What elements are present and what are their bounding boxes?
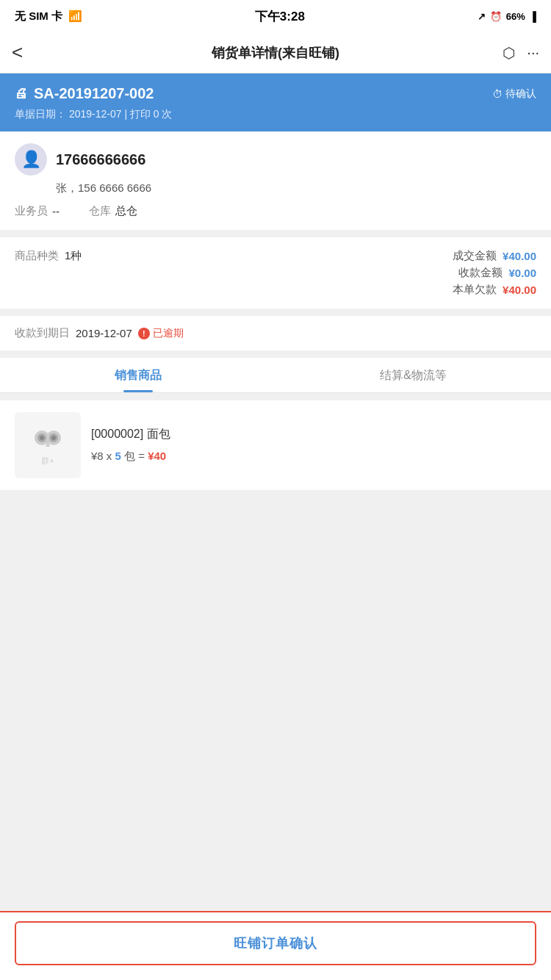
products-section: 群+ [0000002] 面包 ¥8 x 5 包 = ¥40 [0,400,551,490]
order-number-text: SA-20191207-002 [34,85,154,102]
summary-right: 成交金额 ¥40.00 收款金额 ¥0.00 本单欠款 ¥40.00 [453,249,536,297]
warehouse-label: 仓库 [89,204,111,218]
customer-name: 张，156 6666 6666 [15,181,536,195]
multiply-sign: x [107,450,115,462]
product-logo-text: 群+ [41,455,54,466]
due-date-label: 收款到期日 [15,326,70,340]
order-status: ⏱ 待确认 [492,87,536,101]
customer-phone-row: 👤 17666666666 [15,143,536,176]
avatar: 👤 [15,143,47,176]
due-date-value: 2019-12-07 [76,327,132,339]
header-top-row: 🖨 SA-20191207-002 ⏱ 待确认 [15,85,536,102]
due-date-section: 收款到期日 2019-12-07 ! 已逾期 [0,316,551,350]
product-name: [0000002] 面包 [91,427,536,442]
order-header-card: 🖨 SA-20191207-002 ⏱ 待确认 单据日期： 2019-12-07… [0,73,551,131]
summary-left: 商品种类 1种 [15,249,82,263]
status-carrier: 无 SIM 卡 📶 [15,10,82,24]
share-icon[interactable]: ⬡ [503,44,515,62]
received-row: 收款金额 ¥0.00 [458,266,536,280]
tab-settlement-logistics[interactable]: 结算&物流等 [276,358,551,392]
avatar-icon: 👤 [21,150,41,169]
order-icon: 🖨 [15,86,28,101]
tabs-row: 销售商品 结算&物流等 [0,358,551,392]
warehouse-value: 总仓 [115,204,137,218]
more-icon[interactable]: ··· [527,44,539,61]
wifi-icon: 📶 [68,10,82,23]
back-button[interactable]: < [6,35,29,70]
sales-rep-value: -- [52,205,60,217]
battery-text: 66% [506,11,525,22]
customer-phone: 17666666666 [56,151,145,168]
product-image: 群+ [15,412,81,478]
product-logo-svg [29,425,66,454]
bottom-bar: 旺铺订单确认 [0,911,551,980]
overdue-icon: ! [138,328,150,339]
product-info: [0000002] 面包 ¥8 x 5 包 = ¥40 [91,427,536,464]
alarm-icon: ⏰ [490,11,502,22]
battery-icon: ▐ [530,11,536,22]
product-type-item: 商品种类 1种 [15,249,82,263]
overdue-badge: ! 已逾期 [138,327,184,340]
received-value: ¥0.00 [508,267,536,279]
product-price: ¥8 [91,450,104,462]
overdue-text: 已逾期 [153,327,184,340]
sales-rep-label: 业务员 [15,204,48,218]
product-item: 群+ [0000002] 面包 ¥8 x 5 包 = ¥40 [0,400,551,490]
owed-row: 本单欠款 ¥40.00 [453,283,536,297]
owed-value: ¥40.00 [503,284,536,296]
owed-label: 本单欠款 [453,283,497,297]
order-date-info: 单据日期： 2019-12-07 | 打印 0 次 [15,108,536,121]
received-label: 收款金额 [458,266,503,280]
status-bar: 无 SIM 卡 📶 下午3:28 ↗ ⏰ 66% ▐ [0,0,551,32]
product-name-text: 面包 [147,428,170,440]
carrier-text: 无 SIM 卡 [15,10,62,24]
order-status-text: 待确认 [505,87,536,101]
product-quantity: 5 [115,450,121,462]
page-title: 销货单详情(来自旺铺) [212,44,339,62]
tab-settlement-label: 结算&物流等 [380,369,447,381]
clock-icon: ⏱ [492,88,503,100]
sales-rep-item: 业务员 -- [15,204,60,218]
status-right: ↗ ⏰ 66% ▐ [478,11,536,22]
product-total: ¥40 [148,450,166,462]
tabs-section: 销售商品 结算&物流等 [0,358,551,393]
amount-row: 成交金额 ¥40.00 [453,249,536,263]
amount-value: ¥40.00 [503,250,536,262]
product-logo: 群+ [29,425,66,466]
product-type-value: 1种 [65,249,82,263]
tab-sales-products-label: 销售商品 [115,369,162,381]
product-type-label: 商品种类 [15,249,59,263]
content-spacer [0,490,551,637]
tab-sales-products[interactable]: 销售商品 [0,358,276,392]
nav-actions: ⬡ ··· [503,44,539,62]
order-date: 2019-12-07 [69,108,122,120]
product-code: [0000002] [91,428,143,440]
confirm-order-button[interactable]: 旺铺订单确认 [15,921,536,965]
status-time: 下午3:28 [255,8,305,25]
location-icon: ↗ [478,11,486,22]
warehouse-item: 仓库 总仓 [89,204,137,218]
product-price-row: ¥8 x 5 包 = ¥40 [91,450,536,464]
product-unit: 包 [124,450,135,462]
date-label: 单据日期： [15,108,66,120]
amount-label: 成交金额 [453,249,497,263]
nav-bar: < 销货单详情(来自旺铺) ⬡ ··· [0,32,551,73]
summary-section: 商品种类 1种 成交金额 ¥40.00 收款金额 ¥0.00 本单欠款 ¥40.… [0,237,551,309]
customer-section: 👤 17666666666 张，156 6666 6666 业务员 -- 仓库 … [0,131,551,230]
svg-point-4 [40,436,44,440]
order-number: 🖨 SA-20191207-002 [15,85,154,102]
customer-meta: 业务员 -- 仓库 总仓 [15,204,536,218]
svg-point-5 [51,436,56,440]
tab-active-indicator [123,390,153,392]
print-info: | 打印 0 次 [124,108,172,120]
equals-sign: = [138,450,148,462]
